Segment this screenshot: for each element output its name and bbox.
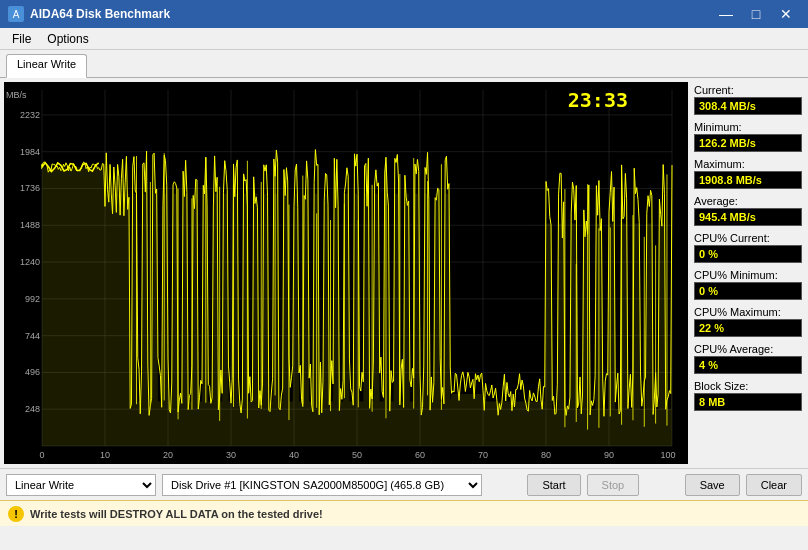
tab-linear-write[interactable]: Linear Write	[6, 54, 87, 78]
block-size-value: 8 MB	[694, 393, 802, 411]
average-label: Average:	[694, 195, 802, 207]
start-button[interactable]: Start	[527, 474, 580, 496]
menu-bar: File Options	[0, 28, 808, 50]
test-dropdown[interactable]: Linear Write	[6, 474, 156, 496]
benchmark-chart	[4, 82, 676, 464]
tab-bar: Linear Write	[0, 50, 808, 78]
warning-text: Write tests will DESTROY ALL DATA on the…	[30, 508, 323, 520]
minimize-button[interactable]: —	[712, 4, 740, 24]
cpu-maximum-label: CPU% Maximum:	[694, 306, 802, 318]
warning-icon: !	[8, 506, 24, 522]
app-icon: A	[8, 6, 24, 22]
cpu-minimum-value: 0 %	[694, 282, 802, 300]
minimum-value: 126.2 MB/s	[694, 134, 802, 152]
menu-file[interactable]: File	[4, 30, 39, 48]
cpu-minimum-label: CPU% Minimum:	[694, 269, 802, 281]
cpu-current-label: CPU% Current:	[694, 232, 802, 244]
time-display: 23:33	[568, 88, 628, 112]
disk-dropdown[interactable]: Disk Drive #1 [KINGSTON SA2000M8500G] (4…	[162, 474, 482, 496]
current-label: Current:	[694, 84, 802, 96]
main-area: MB/s 23:33 Current: 308.4 MB/s Minimum: …	[0, 78, 808, 468]
cpu-average-label: CPU% Average:	[694, 343, 802, 355]
cpu-current-value: 0 %	[694, 245, 802, 263]
stats-panel: Current: 308.4 MB/s Minimum: 126.2 MB/s …	[688, 78, 808, 468]
menu-options[interactable]: Options	[39, 30, 96, 48]
maximize-button[interactable]: □	[742, 4, 770, 24]
maximum-value: 1908.8 MB/s	[694, 171, 802, 189]
chart-area: MB/s 23:33	[4, 82, 688, 464]
window-title: AIDA64 Disk Benchmark	[30, 7, 170, 21]
save-button[interactable]: Save	[685, 474, 740, 496]
close-button[interactable]: ✕	[772, 4, 800, 24]
warning-bar: ! Write tests will DESTROY ALL DATA on t…	[0, 500, 808, 526]
maximum-label: Maximum:	[694, 158, 802, 170]
minimum-label: Minimum:	[694, 121, 802, 133]
window-controls: — □ ✕	[712, 4, 800, 24]
cpu-average-value: 4 %	[694, 356, 802, 374]
clear-button[interactable]: Clear	[746, 474, 802, 496]
cpu-maximum-value: 22 %	[694, 319, 802, 337]
stop-button[interactable]: Stop	[587, 474, 640, 496]
average-value: 945.4 MB/s	[694, 208, 802, 226]
current-value: 308.4 MB/s	[694, 97, 802, 115]
block-size-label: Block Size:	[694, 380, 802, 392]
controls-bar: Linear Write Disk Drive #1 [KINGSTON SA2…	[0, 468, 808, 500]
title-bar: A AIDA64 Disk Benchmark — □ ✕	[0, 0, 808, 28]
